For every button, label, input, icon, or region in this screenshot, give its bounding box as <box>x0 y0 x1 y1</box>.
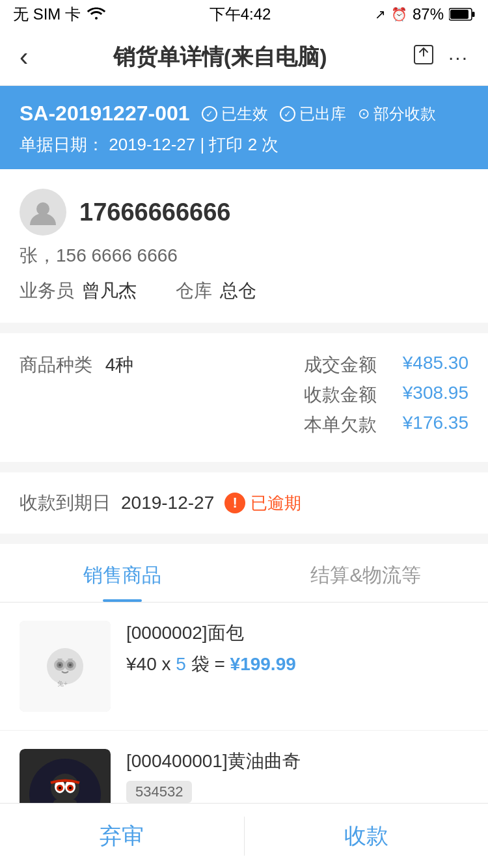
summary-section: 商品种类 4种 成交金额 ¥485.30 收款金额 ¥308.95 本单欠款 ¥… <box>0 333 488 462</box>
battery-icon <box>449 7 475 21</box>
time-display: 下午4:42 <box>210 4 271 25</box>
customer-meta: 业务员 曾凡杰 仓库 总仓 <box>20 278 468 303</box>
tabs-section: 销售商品 结算&物流等 <box>0 544 488 603</box>
product-name-2: [000400001]黄油曲奇 <box>126 749 468 774</box>
customer-top: 17666666666 <box>20 189 468 236</box>
overdue-badge: ! 已逾期 <box>224 492 301 515</box>
status-right: ↗ ⏰ 87% <box>375 5 475 23</box>
more-icon[interactable]: ··· <box>448 46 468 68</box>
price-separator-1: x <box>162 654 176 674</box>
amount-label-3: 本单欠款 <box>304 413 377 437</box>
svg-point-10 <box>59 664 61 666</box>
battery-text: 87% <box>413 5 444 23</box>
product-image-1: 兔+ <box>20 621 111 712</box>
price-qty-unit-1: 袋 <box>191 654 210 674</box>
order-id: SA-20191227-001 <box>20 102 190 126</box>
customer-avatar <box>20 189 66 236</box>
nav-right[interactable]: ··· <box>412 43 468 71</box>
batch-label-2: 534532 <box>126 781 192 803</box>
date-separator: | <box>200 135 209 154</box>
salesperson-value: 曾凡杰 <box>82 278 137 303</box>
warehouse-item: 仓库 总仓 <box>176 278 256 303</box>
summary-left: 商品种类 4种 <box>20 353 133 380</box>
bread-image-placeholder: 兔+ <box>20 621 111 712</box>
check-icon-1: ✓ <box>202 106 217 122</box>
summary-right: 成交金额 ¥485.30 收款金额 ¥308.95 本单欠款 ¥176.35 <box>304 353 468 442</box>
nav-bar: ‹ 销货单详情(来自电脑) ··· <box>0 29 488 86</box>
confirm-button[interactable]: 收款 <box>245 804 489 868</box>
price-total-1: ¥199.99 <box>230 654 296 674</box>
category-label: 商品种类 <box>20 355 92 375</box>
customer-section: 17666666666 张，156 6666 6666 业务员 曾凡杰 仓库 总… <box>0 169 488 323</box>
tabs-row[interactable]: 销售商品 结算&物流等 <box>0 544 488 603</box>
amount-label-1: 成交金额 <box>304 353 377 377</box>
status-badge-2: ✓ 已出库 <box>280 103 346 124</box>
warehouse-label: 仓库 <box>176 278 212 303</box>
overdue-section: 收款到期日 2019-12-27 ! 已逾期 <box>0 472 488 534</box>
order-id-row: SA-20191227-001 ✓ 已生效 ✓ 已出库 ⊙ 部分收款 <box>20 102 468 126</box>
amount-row-2: 收款金额 ¥308.95 <box>304 383 468 407</box>
back-button[interactable]: ‹ <box>20 42 28 72</box>
tab-sales-products[interactable]: 销售商品 <box>0 544 244 602</box>
page-title: 销货单详情(来自电脑) <box>113 42 327 72</box>
customer-phone: 17666666666 <box>79 198 230 226</box>
order-date-row: 单据日期： 2019-12-27 | 打印 2 次 <box>20 133 468 156</box>
order-date: 2019-12-27 <box>109 135 195 154</box>
status-badge-1: ✓ 已生效 <box>202 103 268 124</box>
nav-left[interactable]: ‹ <box>20 42 28 72</box>
tab-label-2: 结算&物流等 <box>310 564 421 586</box>
print-info: 打印 2 次 <box>209 135 278 154</box>
clock-icon: ⊙ <box>358 105 370 122</box>
svg-rect-1 <box>472 12 475 17</box>
status-bar: 无 SIM 卡 下午4:42 ↗ ⏰ 87% <box>0 0 488 29</box>
tab-underline <box>103 599 142 602</box>
status-badge-3: ⊙ 部分收款 <box>358 103 436 124</box>
customer-name: 张，156 6666 6666 <box>20 243 468 268</box>
bottom-bar: 弃审 收款 <box>0 803 488 868</box>
category-count: 4种 <box>105 355 134 375</box>
overdue-date: 2019-12-27 <box>121 493 214 513</box>
date-label: 单据日期： <box>20 135 104 154</box>
svg-point-20 <box>69 787 72 789</box>
category-row: 商品种类 4种 <box>20 353 133 377</box>
overdue-label: 收款到期日 <box>20 491 111 515</box>
table-row: 兔+ [0000002]面包 ¥40 x 5 袋 = ¥199.99 <box>0 603 488 731</box>
check-icon-2: ✓ <box>280 106 295 122</box>
status-text-1: 已生效 <box>221 103 268 124</box>
svg-text:兔+: 兔+ <box>57 680 68 687</box>
warehouse-value: 总仓 <box>220 278 256 303</box>
svg-point-11 <box>69 664 72 666</box>
amount-value-2: ¥308.95 <box>403 383 468 407</box>
amount-value-3: ¥176.35 <box>403 413 468 437</box>
share-icon[interactable] <box>412 43 435 71</box>
price-qty-1: 5 <box>176 654 186 674</box>
product-info-1: [0000002]面包 ¥40 x 5 袋 = ¥199.99 <box>126 621 468 677</box>
status-left: 无 SIM 卡 <box>13 4 105 25</box>
overdue-alert-icon: ! <box>224 493 245 513</box>
price-unit-1: ¥40 <box>126 654 157 674</box>
carrier-text: 无 SIM 卡 <box>13 4 81 25</box>
tab-settlement[interactable]: 结算&物流等 <box>244 544 488 602</box>
status-text-2: 已出库 <box>299 103 346 124</box>
product-price-1: ¥40 x 5 袋 = ¥199.99 <box>126 652 468 677</box>
salesperson-label: 业务员 <box>20 278 74 303</box>
product-name-1: [0000002]面包 <box>126 621 468 645</box>
alarm-icon: ⏰ <box>391 7 407 22</box>
amount-label-2: 收款金额 <box>304 383 377 407</box>
overdue-text: 已逾期 <box>251 492 301 515</box>
svg-point-19 <box>59 787 61 789</box>
svg-rect-2 <box>450 10 468 19</box>
wifi-icon <box>87 5 105 23</box>
status-text-3: 部分收款 <box>373 103 436 124</box>
price-eq-1: = <box>214 654 230 674</box>
amount-row-3: 本单欠款 ¥176.35 <box>304 413 468 437</box>
cancel-button[interactable]: 弃审 <box>0 804 244 868</box>
tab-label-1: 销售商品 <box>83 564 161 586</box>
amount-value-1: ¥485.30 <box>403 353 468 377</box>
order-header: SA-20191227-001 ✓ 已生效 ✓ 已出库 ⊙ 部分收款 单据日期：… <box>0 86 488 169</box>
amount-row-1: 成交金额 ¥485.30 <box>304 353 468 377</box>
location-icon: ↗ <box>375 7 386 22</box>
salesperson-item: 业务员 曾凡杰 <box>20 278 137 303</box>
